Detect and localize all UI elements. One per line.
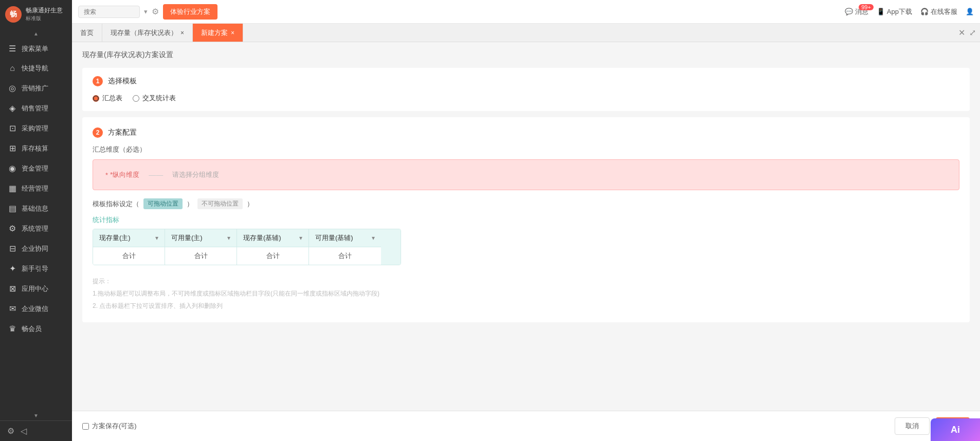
tab-home-label: 首页 (80, 28, 94, 38)
gear-icon[interactable]: ⚙ (152, 7, 159, 16)
indicator-settings-label: 模板指标设定（ 可拖动位置 ） 不可拖动位置 ） (93, 198, 959, 209)
sidebar-item-management[interactable]: ▦ 经营管理 (0, 178, 72, 198)
tabbar: 首页 现存量（库存状况表） × 新建方案 × ✕ ⤢ (72, 24, 980, 42)
sidebar-item-marketing[interactable]: ◎ 营销推广 (0, 78, 72, 98)
sidebar-item-appcenter[interactable]: ⊠ 应用中心 (0, 279, 72, 299)
radio-cross-input[interactable] (133, 95, 139, 102)
sidebar-item-purchase[interactable]: ⊡ 采购管理 (0, 118, 72, 138)
tab-inventory-close-icon[interactable]: × (180, 29, 184, 36)
sidebar-item-member[interactable]: ♛ 畅会员 (0, 319, 72, 339)
tab-inventory-status[interactable]: 现存量（库存状况表） × (102, 24, 193, 42)
tab-expand-icon[interactable]: ⤢ (969, 28, 976, 38)
logo-icon: 畅 (5, 6, 22, 23)
save-checkbox-label[interactable]: 方案保存(可选) (82, 421, 137, 431)
sidebar-item-wechat[interactable]: ✉ 企业微信 (0, 299, 72, 319)
save-label: 方案保存(可选) (92, 421, 137, 431)
topbar-right: 💬 消息 99+ 📱 App下载 🎧 在线客服 👤 (845, 7, 974, 16)
tab-inventory-label: 现存量（库存状况表） (111, 28, 177, 38)
sidebar-item-system[interactable]: ⚙ 系统管理 (0, 218, 72, 238)
search-dropdown-icon[interactable]: ▾ (144, 8, 148, 15)
basic-info-icon: ▤ (7, 204, 17, 213)
tip-1: 1.拖动标题栏可以调整布局，不可跨维度或指标区域拖动栏目字段(只能在同一维度或指… (93, 287, 959, 300)
step2-header: 2 方案配置 (93, 127, 959, 138)
tab-home[interactable]: 首页 (72, 24, 102, 42)
radio-summary-input[interactable] (93, 95, 99, 102)
user-menu[interactable]: 👤 (966, 8, 974, 15)
logo-text: 畅康通好生意 (26, 7, 63, 15)
sidebar-item-search[interactable]: ☰ 搜索菜单 (0, 39, 72, 59)
save-checkbox[interactable] (82, 423, 89, 430)
stats-col-0-header[interactable]: 现存量(主) ▾ (93, 229, 165, 247)
sidebar-item-sales[interactable]: ◈ 销售管理 (0, 98, 72, 118)
radio-summary[interactable]: 汇总表 (93, 94, 122, 103)
stats-col-1-body: 合计 (165, 247, 237, 265)
sidebar-scroll-up[interactable]: ▲ (0, 29, 72, 39)
sidebar-item-label: 搜索菜单 (22, 44, 48, 53)
step1-badge: 1 (93, 76, 103, 86)
sidebar-item-guide[interactable]: ✦ 新手引导 (0, 259, 72, 279)
app-download-button[interactable]: 📱 App下载 (877, 7, 912, 16)
stats-col-3-header[interactable]: 可用量(基辅) ▾ (309, 229, 381, 247)
dim-placeholder: 请选择分组维度 (172, 170, 219, 179)
purchase-icon: ⊡ (7, 123, 17, 133)
dim-config-area[interactable]: **纵向维度 —— 请选择分组维度 (93, 159, 959, 190)
stats-col-0-label: 现存量(主) (99, 233, 131, 243)
message-button[interactable]: 💬 消息 99+ (845, 7, 868, 16)
sidebar-logo: 畅 畅康通好生意 标准版 (0, 0, 72, 29)
sidebar-item-enterprise[interactable]: ⊟ 企业协同 (0, 238, 72, 259)
tab-close-all-icon[interactable]: ✕ (958, 28, 965, 38)
sidebar-scroll-down[interactable]: ▼ (0, 411, 72, 420)
stats-table: 现存量(主) ▾ 合计 可用量(主) ▾ 合计 (93, 229, 401, 265)
stats-col-1-header[interactable]: 可用量(主) ▾ (165, 229, 237, 247)
dim-separator: —— (149, 171, 163, 179)
sidebar-item-basic-info[interactable]: ▤ 基础信息 (0, 198, 72, 218)
step2-section: 2 方案配置 汇总维度（必选） **纵向维度 —— 请选择分组维度 模板指标设定… (82, 117, 970, 322)
tab-new-scheme-close-icon[interactable]: × (231, 29, 234, 36)
indicator-settings: 模板指标设定（ 可拖动位置 ） 不可拖动位置 ） 统计指标 现存量(主) ▾ (93, 198, 959, 267)
sidebar-item-label: 应用中心 (22, 284, 48, 293)
tab-new-scheme[interactable]: 新建方案 × (193, 24, 243, 42)
management-icon: ▦ (7, 183, 17, 193)
sidebar-item-label: 企业微信 (22, 304, 48, 314)
sidebar-item-label: 采购管理 (22, 124, 48, 133)
sidebar-item-label: 营销推广 (22, 84, 48, 93)
step2-badge: 2 (93, 127, 103, 138)
customer-service-button[interactable]: 🎧 在线客服 (920, 7, 957, 16)
main-area: ▾ ⚙ 体验行业方案 💬 消息 99+ 📱 App下载 🎧 在线客服 👤 (72, 0, 980, 441)
chevron-down-icon-0[interactable]: ▾ (155, 234, 158, 242)
chevron-down-icon-3[interactable]: ▾ (372, 234, 375, 242)
settings-icon[interactable]: ⚙ (7, 426, 14, 436)
sidebar-item-label: 新手引导 (22, 264, 48, 273)
cancel-button[interactable]: 取消 (895, 417, 930, 435)
dim-row-label: **纵向维度 (105, 170, 139, 179)
app-label: App下载 (887, 7, 912, 16)
stats-col-3-body: 合计 (309, 247, 381, 265)
footer-bar: 方案保存(可选) 取消 查询 (72, 411, 980, 441)
content-area: 现存量(库存状况表)方案设置 1 选择模板 汇总表 交叉统计表 2 (72, 42, 980, 411)
trial-button[interactable]: 体验行业方案 (163, 4, 217, 20)
sidebar-item-finance[interactable]: ◉ 资金管理 (0, 158, 72, 178)
stats-col-1: 可用量(主) ▾ 合计 (165, 229, 237, 265)
step1-section: 1 选择模板 汇总表 交叉统计表 (82, 68, 970, 111)
chevron-down-icon-2[interactable]: ▾ (299, 234, 302, 242)
appcenter-icon: ⊠ (7, 284, 17, 293)
radio-cross[interactable]: 交叉统计表 (133, 94, 176, 103)
sidebar-item-inventory[interactable]: ⊞ 库存核算 (0, 138, 72, 158)
stats-table-header: 现存量(主) ▾ 合计 可用量(主) ▾ 合计 (93, 229, 401, 265)
stats-col-2-header[interactable]: 现存量(基辅) ▾ (237, 229, 308, 247)
topbar: ▾ ⚙ 体验行业方案 💬 消息 99+ 📱 App下载 🎧 在线客服 👤 (72, 0, 980, 24)
home-icon: ⌂ (7, 64, 17, 73)
sales-icon: ◈ (7, 103, 17, 113)
sidebar-item-label: 销售管理 (22, 104, 48, 113)
phone-icon: 📱 (877, 8, 885, 15)
sidebar-nav: ☰ 搜索菜单 ⌂ 快捷导航 ◎ 营销推广 ◈ 销售管理 ⊡ 采购管理 ⊞ 库存核… (0, 39, 72, 411)
toggle-sidebar-icon[interactable]: ◁ (21, 426, 27, 436)
ai-badge[interactable]: Ai (931, 418, 980, 441)
sidebar-item-label: 畅会员 (22, 324, 42, 334)
stats-section-label: 统计指标 (93, 215, 959, 225)
sidebar: 畅 畅康通好生意 标准版 ▲ ☰ 搜索菜单 ⌂ 快捷导航 ◎ 营销推广 ◈ 销售… (0, 0, 72, 441)
chevron-down-icon-1[interactable]: ▾ (227, 234, 230, 242)
search-input[interactable] (78, 6, 140, 18)
finance-icon: ◉ (7, 163, 17, 173)
sidebar-item-quicknav[interactable]: ⌂ 快捷导航 (0, 59, 72, 78)
